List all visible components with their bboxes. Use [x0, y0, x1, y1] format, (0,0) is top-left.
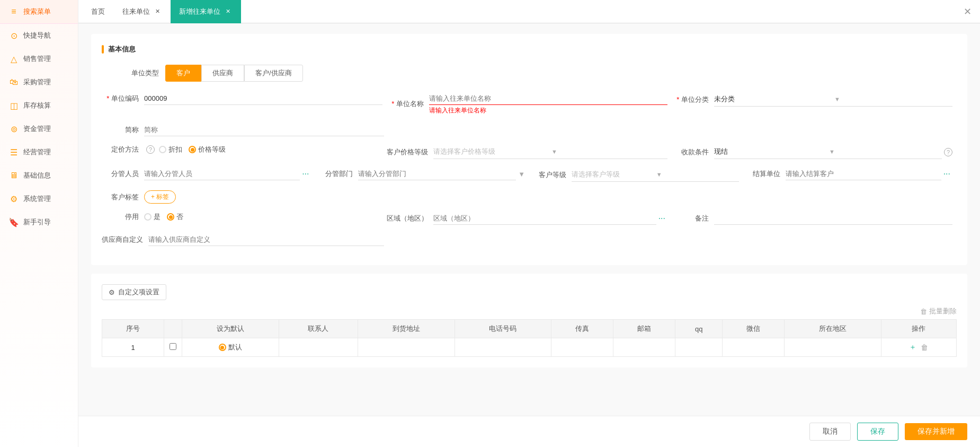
sidebar-item-inventory[interactable]: ◫ 库存核算 — [0, 94, 78, 117]
sidebar-basic-label: 基础信息 — [23, 171, 51, 180]
short-name-input[interactable] — [144, 124, 384, 136]
manager-input[interactable] — [144, 168, 300, 180]
unit-code-input[interactable] — [144, 92, 382, 105]
contact-table: 序号 设为默认 联系人 到货地址 电话号码 传真 邮箱 qq 微信 所在地区 操… — [102, 319, 957, 357]
pricing-radio-price-level[interactable]: 价格等级 — [189, 145, 226, 154]
manager-dots[interactable]: ··· — [300, 169, 311, 179]
guide-icon: 🔖 — [8, 217, 19, 227]
sales-icon: △ — [8, 54, 19, 64]
inventory-icon: ◫ — [8, 100, 19, 111]
dept-input[interactable] — [358, 168, 516, 180]
pricing-help-icon[interactable]: ? — [146, 145, 155, 154]
sidebar-item-search[interactable]: ≡ 搜索菜单 — [0, 0, 78, 24]
td-no: 1 — [102, 338, 164, 357]
pricing-label: 定价方法 — [102, 145, 144, 154]
content-area: 基本信息 单位类型 客户 供应商 客户/供应商 单位编码 单位名称 — [78, 23, 980, 416]
tab-partner-close[interactable]: ✕ — [153, 7, 162, 16]
delete-row-icon[interactable]: 🗑 — [921, 343, 928, 352]
unit-type-supplier[interactable]: 供应商 — [201, 65, 244, 82]
disabled-radio-yes[interactable]: 是 — [144, 212, 161, 222]
table-row: 1 默认 — [102, 338, 957, 357]
th-wechat: 微信 — [723, 320, 785, 338]
group-customer-level: 客户等级 请选择客户等级 ▼ — [529, 168, 739, 182]
remark-input[interactable] — [714, 212, 952, 225]
group-short-name: 简称 — [102, 124, 384, 136]
td-region — [785, 338, 881, 357]
th-checkbox — [164, 320, 182, 338]
main-area: 首页 往来单位 ✕ 新增往来单位 ✕ ✕ 基本信息 单位类型 客户 供应商 — [78, 0, 980, 447]
batch-delete-button[interactable]: 批量删除 — [929, 306, 957, 316]
disabled-no-circle — [167, 213, 174, 221]
customer-price-select[interactable]: 请选择客户价格等级 ▼ — [433, 145, 667, 159]
disabled-radio-group: 是 否 — [144, 212, 183, 222]
group-unit-category: 单位分类 未分类 ▼ — [672, 92, 952, 107]
th-phone: 电话号码 — [455, 320, 551, 338]
tab-home[interactable]: 首页 — [83, 0, 114, 23]
settlement-dots[interactable]: ··· — [941, 169, 952, 179]
sidebar-system-label: 系统管理 — [23, 194, 51, 204]
add-row-icon[interactable]: ＋ — [909, 343, 916, 352]
default-label: 默认 — [228, 343, 242, 352]
unit-category-select[interactable]: 未分类 ▼ — [714, 92, 952, 107]
group-region: 区域（地区） ··· — [387, 212, 667, 225]
sidebar-shortcut-label: 快捷导航 — [23, 31, 51, 40]
footer: 取消 保存 保存并新增 — [78, 416, 980, 447]
pricing-radio-group: 折扣 价格等级 — [159, 145, 226, 154]
unit-type-both[interactable]: 客户/供应商 — [244, 65, 303, 82]
tab-partner[interactable]: 往来单位 ✕ — [114, 0, 171, 23]
tag-label: 客户标签 — [102, 192, 144, 202]
region-dots[interactable]: ··· — [656, 214, 667, 223]
sidebar-item-sales[interactable]: △ 销售管理 — [0, 47, 78, 71]
unit-type-customer[interactable]: 客户 — [165, 65, 201, 82]
table-actions: 🗑 批量删除 — [102, 306, 957, 316]
row-manager: 分管人员 ··· 分管部门 ▼ 客户等级 请选择客户等级 ▼ — [102, 168, 957, 182]
region-label: 区域（地区） — [387, 214, 433, 223]
customer-level-label: 客户等级 — [529, 170, 572, 180]
payment-help-icon[interactable]: ? — [944, 148, 952, 156]
sidebar-item-shortcut[interactable]: ⊙ 快捷导航 — [0, 24, 78, 47]
sidebar-item-basic[interactable]: 🖥 基础信息 — [0, 164, 78, 187]
sidebar-item-purchase[interactable]: 🛍 采购管理 — [0, 71, 78, 94]
td-default: 默认 — [182, 338, 279, 357]
tab-new-partner[interactable]: 新增往来单位 ✕ — [171, 0, 241, 23]
sidebar-item-operation[interactable]: ☰ 经营管理 — [0, 141, 78, 164]
group-settlement: 结算单位 ··· — [743, 168, 953, 180]
search-icon: ≡ — [8, 6, 19, 17]
row-checkbox[interactable] — [170, 343, 176, 350]
pricing-radio-discount[interactable]: 折扣 — [159, 145, 182, 154]
tab-new-partner-close[interactable]: ✕ — [224, 7, 232, 16]
save-button[interactable]: 保存 — [857, 423, 898, 441]
default-radio[interactable]: 默认 — [188, 343, 273, 352]
customer-price-label: 客户价格等级 — [387, 147, 433, 157]
unit-name-input[interactable] — [429, 92, 667, 105]
group-unit-code: 单位编码 — [102, 92, 382, 105]
disabled-yes-label: 是 — [154, 212, 161, 222]
customer-level-select[interactable]: 请选择客户等级 ▼ — [572, 168, 739, 182]
cancel-button[interactable]: 取消 — [809, 423, 851, 441]
finance-icon: ⊚ — [8, 124, 19, 134]
supplier-custom-input[interactable] — [148, 233, 384, 246]
unit-category-value: 未分类 — [714, 94, 832, 104]
sidebar-item-finance[interactable]: ⊚ 资金管理 — [0, 117, 78, 141]
disabled-radio-no[interactable]: 否 — [167, 212, 183, 222]
tab-bar-close-all[interactable]: ✕ — [959, 4, 976, 20]
pricing-discount-label: 折扣 — [168, 145, 182, 154]
form-card-table: ⚙ 自定义项设置 🗑 批量删除 序号 设为默认 联系人 到货地址 电话号码 传真 — [91, 274, 967, 367]
sidebar-item-guide[interactable]: 🔖 新手引导 — [0, 211, 78, 234]
pricing-radio-price-level-circle — [189, 146, 196, 153]
section-title-text: 基本信息 — [108, 45, 136, 54]
region-input[interactable] — [433, 212, 656, 225]
sidebar-search-label: 搜索菜单 — [23, 7, 51, 16]
custom-settings-button[interactable]: ⚙ 自定义项设置 — [102, 284, 166, 300]
tab-home-label: 首页 — [91, 7, 105, 16]
tab-bar: 首页 往来单位 ✕ 新增往来单位 ✕ ✕ — [78, 0, 980, 23]
tab-partner-label: 往来单位 — [122, 7, 150, 16]
settlement-label: 结算单位 — [743, 169, 786, 179]
payment-select[interactable]: 现结 ▼ — [714, 145, 942, 159]
table-header-row: 序号 设为默认 联系人 到货地址 电话号码 传真 邮箱 qq 微信 所在地区 操… — [102, 320, 957, 338]
settlement-input[interactable] — [786, 168, 941, 180]
sidebar-item-system[interactable]: ⚙ 系统管理 — [0, 187, 78, 211]
add-tag-button[interactable]: + 标签 — [144, 190, 176, 204]
save-new-button[interactable]: 保存并新增 — [905, 423, 967, 440]
th-default: 设为默认 — [182, 320, 279, 338]
